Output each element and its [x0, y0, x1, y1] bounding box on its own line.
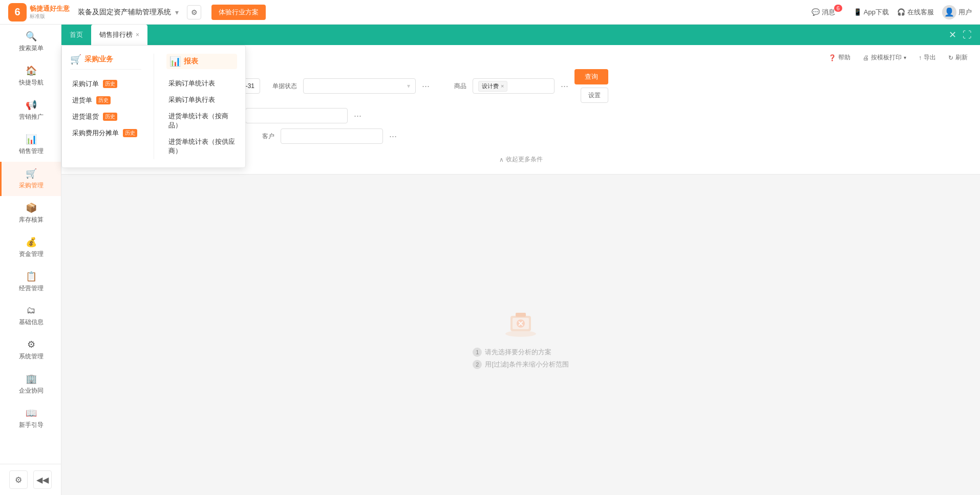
- logo-text: 畅捷通好生意 标准版: [30, 5, 70, 20]
- sales-icon: 📊: [26, 134, 37, 145]
- print-dropdown-arrow[interactable]: ▾: [904, 55, 906, 60]
- salesperson-more[interactable]: ···: [354, 111, 361, 121]
- dropdown-item-inbound-order[interactable]: 进货单 历史: [70, 92, 141, 109]
- action-col: 查询 设置: [574, 69, 608, 103]
- system-title: 装备及固定资产辅助管理系统 ▾ ⚙ 体验行业方案: [78, 5, 812, 20]
- sidebar-item-operation[interactable]: 📋 经营管理: [0, 265, 61, 299]
- online-service-item[interactable]: 🎧 在线客服: [897, 8, 934, 17]
- sidebar-item-system[interactable]: ⚙ 系统管理: [0, 333, 61, 367]
- tip-num-2: 2: [473, 360, 482, 369]
- topbar-right: 💬 消息 6 📱 App下载 🎧 在线客服 👤 用户: [812, 5, 972, 19]
- corp-icon: 🏢: [26, 373, 37, 384]
- sidebar: 🔍 搜索菜单 🏠 快捷导航 📢 营销推广 📊 销售管理 🛒 采购管理 📦 库存核…: [0, 25, 61, 495]
- salesperson-input[interactable]: [245, 108, 348, 123]
- customer-more[interactable]: ···: [389, 131, 397, 142]
- tab-bar: 首页 销售排行榜 × ✕ ⛶: [61, 25, 980, 45]
- history-badge-1: 历史: [96, 96, 111, 104]
- export-icon: ↑: [919, 54, 922, 61]
- goods-more[interactable]: ···: [561, 81, 568, 92]
- history-badge-0: 历史: [103, 80, 117, 88]
- sidebar-bottom: ⚙ ◀◀: [0, 464, 61, 495]
- history-badge-2: 历史: [103, 113, 117, 121]
- message-item[interactable]: 💬 消息 6: [812, 8, 845, 17]
- sidebar-item-marketing[interactable]: 📢 营销推广: [0, 93, 61, 127]
- help-icon: ❓: [828, 54, 836, 61]
- goods-tag-remove[interactable]: ×: [501, 83, 504, 89]
- dropdown-item-purchase-order[interactable]: 采购订单 历史: [70, 76, 141, 92]
- dropdown-item-report-3[interactable]: 进货单统计表（按商品）: [166, 108, 238, 134]
- help-btn[interactable]: ❓ 帮助: [824, 51, 855, 64]
- sidebar-item-sales[interactable]: 📊 销售管理: [0, 127, 61, 162]
- sidebar-item-guide[interactable]: 📖 新手引导: [0, 401, 61, 436]
- layout: 🔍 搜索菜单 🏠 快捷导航 📢 营销推广 📊 销售管理 🛒 采购管理 📦 库存核…: [0, 25, 980, 495]
- history-badge-3: 历史: [123, 129, 137, 137]
- voucher-status-label: 单据状态: [266, 82, 297, 91]
- dropdown-item-report-2[interactable]: 采购订单执行表: [166, 92, 238, 108]
- topbar: 6 畅捷通好生意 标准版 装备及固定资产辅助管理系统 ▾ ⚙ 体验行业方案 💬 …: [0, 0, 980, 25]
- industry-btn[interactable]: 体验行业方案: [211, 5, 266, 20]
- print-icon: 🖨: [863, 54, 869, 61]
- app-download-item[interactable]: 📱 App下载: [854, 8, 889, 17]
- purchase-icon: 🛒: [26, 168, 37, 179]
- tip-item-1: 1 请先选择要分析的方案: [473, 348, 568, 357]
- dropdown-item-report-4[interactable]: 进货单统计表（按供应商）: [166, 134, 238, 159]
- tab-sales-ranking[interactable]: 销售排行榜 ×: [91, 25, 147, 45]
- phone-icon: 📱: [854, 8, 862, 16]
- empty-illustration: [500, 300, 541, 341]
- tab-home[interactable]: 首页: [61, 25, 91, 45]
- sidebar-settings-btn[interactable]: ⚙: [9, 470, 28, 489]
- tab-close-icon[interactable]: ×: [136, 31, 139, 38]
- refresh-icon: ↻: [948, 54, 953, 61]
- finance-icon: 💰: [26, 236, 37, 248]
- sidebar-item-inventory[interactable]: 📦 库存核算: [0, 196, 61, 230]
- title-dropdown-arrow[interactable]: ▾: [175, 8, 179, 16]
- customer-label: 客户: [244, 132, 274, 141]
- goods-input[interactable]: 设计费 ×: [473, 78, 555, 94]
- base-icon: 🗂: [27, 305, 36, 316]
- dropdown-item-inbound-return[interactable]: 进货退货 历史: [70, 109, 141, 125]
- collapse-icon: ∧: [499, 156, 504, 163]
- operation-icon: 📋: [26, 271, 37, 282]
- tab-expand-icon[interactable]: ⛶: [963, 30, 972, 40]
- empty-tips: 1 请先选择要分析的方案 2 用[过滤]条件来缩小分析范围: [473, 348, 568, 369]
- voucher-status-more[interactable]: ···: [422, 81, 430, 92]
- report-col-title: 📊 报表: [166, 54, 238, 69]
- purchase-col-icon: 🛒: [70, 54, 81, 65]
- empty-state: 1 请先选择要分析的方案 2 用[过滤]条件来缩小分析范围: [61, 175, 980, 495]
- sidebar-item-finance[interactable]: 💰 资金管理: [0, 230, 61, 265]
- dropdown-purchase-col: 🛒 采购业务 采购订单 历史 进货单 历史 进货退货 历史 采购费用分摊单 历史: [70, 54, 141, 159]
- tab-close-all-icon[interactable]: ✕: [949, 29, 956, 40]
- customer-input[interactable]: [281, 128, 383, 144]
- purchase-col-title: 🛒 采购业务: [70, 54, 141, 70]
- report-col-icon: 📊: [169, 56, 181, 67]
- logo: 6 畅捷通好生意 标准版: [8, 3, 70, 21]
- inventory-icon: 📦: [26, 202, 37, 213]
- voucher-status-select[interactable]: ▾: [303, 78, 416, 94]
- sidebar-item-corp[interactable]: 🏢 企业协同: [0, 367, 61, 401]
- home-icon: 🏠: [26, 65, 37, 76]
- export-btn[interactable]: ↑ 导出: [914, 51, 940, 64]
- print-btn[interactable]: 🖨 按模板打印 ▾: [859, 51, 910, 64]
- marketing-icon: 📢: [26, 99, 37, 111]
- message-icon: 💬: [812, 8, 820, 16]
- menu-divider: [154, 54, 154, 159]
- dropdown-report-col: 📊 报表 采购订单统计表 采购订单执行表 进货单统计表（按商品） 进货单统计表（…: [166, 54, 238, 159]
- dropdown-item-report-1[interactable]: 采购订单统计表: [166, 75, 238, 92]
- sidebar-item-search[interactable]: 🔍 搜索菜单: [0, 25, 61, 59]
- dropdown-menu: 🛒 采购业务 采购订单 历史 进货单 历史 进货退货 历史 采购费用分摊单 历史: [61, 45, 246, 168]
- refresh-btn[interactable]: ↻ 刷新: [944, 51, 972, 64]
- sidebar-item-purchase[interactable]: 🛒 采购管理: [0, 162, 61, 196]
- tip-item-2: 2 用[过滤]条件来缩小分析范围: [473, 360, 568, 369]
- sidebar-item-quick-nav[interactable]: 🏠 快捷导航: [0, 59, 61, 93]
- dropdown-item-purchase-expense[interactable]: 采购费用分摊单 历史: [70, 125, 141, 141]
- sidebar-collapse-btn[interactable]: ◀◀: [33, 470, 52, 489]
- headset-icon: 🎧: [897, 8, 905, 16]
- goods-tag: 设计费 ×: [478, 81, 507, 92]
- user-item[interactable]: 👤 用户: [942, 5, 972, 19]
- svg-point-0: [505, 331, 536, 337]
- settings-icon[interactable]: ⚙: [187, 5, 201, 19]
- tab-bar-actions: ✕ ⛶: [941, 29, 980, 40]
- sidebar-item-base[interactable]: 🗂 基础信息: [0, 299, 61, 333]
- query-btn[interactable]: 查询: [574, 69, 608, 84]
- set-btn[interactable]: 设置: [581, 88, 608, 103]
